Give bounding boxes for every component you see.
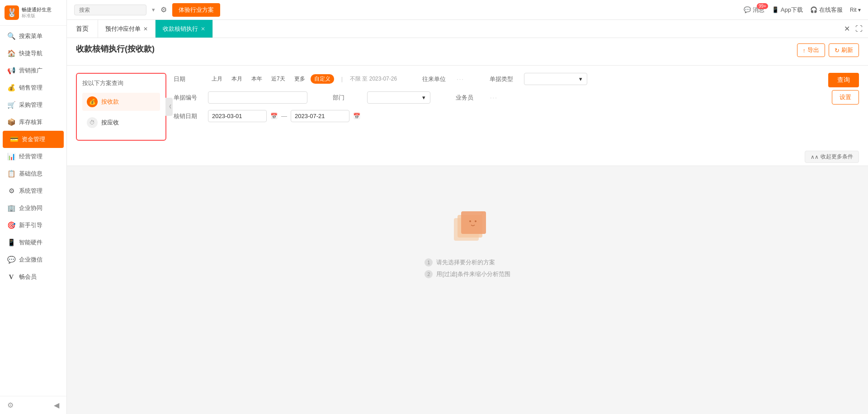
tip-text-2: 用[过滤]条件来缩小分析范围 [436,268,510,280]
dept-select[interactable]: ▾ [367,91,430,104]
refresh-button[interactable]: ↻ 刷新 [829,43,859,57]
doc-type-select[interactable]: ▾ [524,73,587,85]
dropdown-arrow-icon[interactable]: ▾ [152,6,155,13]
sidebar-item-sales[interactable]: 💰 销售管理 [0,79,66,96]
svg-text:?: ? [480,211,483,217]
offset-end-calendar-icon[interactable]: 📅 [353,113,360,119]
sidebar-item-label: 快捷导航 [19,49,42,57]
topbar-right: 💬 消息 99+ 📱 App下载 🎧 在线客服 Rit ▾ [744,6,861,14]
sidebar-item-guide[interactable]: 🎯 新手引导 [0,217,66,234]
message-button[interactable]: 💬 消息 99+ [744,6,764,14]
filter-option-by-receivable[interactable]: ⏱ 按应收 [82,114,160,132]
sidebar-item-system[interactable]: ⚙ 系统管理 [0,182,66,200]
offset-start-input[interactable] [208,110,267,122]
date-buttons: 上月 本月 本年 近7天 更多 自定义 [208,74,334,84]
footer-collapse-icon[interactable]: ◀ [54,401,59,409]
expand-tab-button[interactable]: ⛶ [854,23,864,35]
chevron-up-icon: ∧∧ [811,154,819,160]
receivable-option-label: 按应收 [101,119,119,127]
counterpart-label: 往来单位 [422,75,449,83]
filter-row-1: 日期 上月 本月 本年 近7天 更多 自定义 | 不限 至 2023-07-26 [174,73,821,85]
offset-end-input[interactable] [291,110,349,122]
sidebar-nav: 🔍 搜索菜单 🏠 快捷导航 📢 营销推广 💰 销售管理 🛒 采购管理 📦 库存核… [0,26,66,396]
topbar: ▾ ⚙ 体验行业方案 💬 消息 99+ 📱 App下载 🎧 在线客服 Rit ▾ [67,0,868,20]
search-input[interactable] [74,5,146,15]
gear-icon[interactable]: ⚙ [160,5,167,14]
sidebar-item-enterprise[interactable]: 🏢 企业协同 [0,200,66,217]
sidebar-item-basic-info[interactable]: 📋 基础信息 [0,165,66,182]
tab-home[interactable]: 首页 [67,20,98,38]
offset-start-calendar-icon[interactable]: 📅 [270,113,278,119]
sidebar-item-label: 畅会员 [19,273,37,281]
settings-button[interactable]: 设置 [832,90,859,105]
dept-arrow: ▾ [422,94,425,101]
tab-receive-offset[interactable]: 收款核销执行 ✕ [156,20,213,38]
tab-prepay-offset[interactable]: 预付冲应付单 ✕ [98,20,156,38]
filter-row-2: 单据编号 部门 ▾ 业务员 ··· [174,91,821,104]
collapse-more-button[interactable]: ∧∧ 收起更多条件 [805,151,859,163]
this-month-btn[interactable]: 本月 [228,74,246,84]
home-icon: 🏠 [7,49,15,57]
sidebar-item-label: 搜索菜单 [19,32,42,40]
page-header: 收款核销执行(按收款) ↑ 导出 ↻ 刷新 [67,38,868,66]
7days-btn[interactable]: 近7天 [268,74,289,84]
sidebar-item-label: 销售管理 [19,84,42,92]
sidebar-item-label: 经营管理 [19,152,42,161]
sidebar-item-operation[interactable]: 📊 经营管理 [0,148,66,165]
sidebar-item-hardware[interactable]: 📱 智能硬件 [0,234,66,251]
sidebar-item-finance[interactable]: 💳 资金管理 [3,131,64,148]
app-download-button[interactable]: 📱 App下载 [772,6,803,14]
staff-dots[interactable]: ··· [490,94,498,101]
query-buttons: 查询 设置 [828,73,859,105]
app-label: App下载 [781,6,803,14]
refresh-icon: ↻ [835,47,840,54]
query-button[interactable]: 查询 [828,73,859,87]
empty-tip-2: 2 用[过滤]条件来缩小分析范围 [425,268,510,280]
doc-no-input[interactable] [208,91,307,104]
enterprise-icon: 🏢 [7,204,15,212]
export-button[interactable]: ↑ 导出 [797,43,826,57]
more-btn[interactable]: 更多 [291,74,309,84]
sidebar-footer: ⚙ ◀ [0,396,66,414]
sidebar-item-member[interactable]: V 畅会员 [0,268,66,286]
solution-button[interactable]: 体验行业方案 [172,3,220,17]
export-label: 导出 [807,46,819,54]
sidebar-item-search[interactable]: 🔍 搜索菜单 [0,28,66,45]
tabbar-actions: ✕ ⛶ [842,23,868,35]
collapse-more-label: 收起更多条件 [821,153,853,161]
logo-title: 畅捷通好生意 [22,6,52,13]
tab-prepay-label: 预付冲应付单 [105,25,141,33]
custom-btn[interactable]: 自定义 [311,74,334,84]
sidebar-item-inventory[interactable]: 📦 库存核算 [0,114,66,131]
sidebar-item-quick-nav[interactable]: 🏠 快捷导航 [0,45,66,62]
user-menu[interactable]: Rit ▾ [850,7,861,13]
logo-subtitle: 标准版 [22,13,52,19]
logo-icon: 🐰 [5,5,19,20]
tab-close-icon[interactable]: ✕ [143,26,148,32]
footer-settings-icon[interactable]: ⚙ [7,401,14,409]
tab-close-active-icon[interactable]: ✕ [201,26,205,32]
logo-area: 🐰 畅捷通好生意 标准版 [0,0,66,26]
sidebar-item-purchase[interactable]: 🛒 采购管理 [0,96,66,114]
sidebar-item-label: 资金管理 [22,135,45,143]
close-tab-button[interactable]: ✕ [842,23,852,35]
sales-icon: 💰 [7,84,15,92]
service-label: 在线客服 [819,6,843,14]
filter-option-by-receipt[interactable]: 💰 按收款 [82,93,160,111]
this-year-btn[interactable]: 本年 [248,74,266,84]
counterpart-dots[interactable]: ··· [457,76,464,82]
tab-receive-label: 收款核销执行 [163,25,198,33]
user-arrow-icon: ▾ [858,7,861,13]
sidebar-item-marketing[interactable]: 📢 营销推广 [0,62,66,79]
sidebar-item-label: 智能硬件 [19,238,42,247]
empty-state: ? 1 请先选择要分析的方案 2 用[过滤]条件来缩小分析范围 [67,166,868,316]
tip-num-1: 1 [425,258,433,266]
prev-month-btn[interactable]: 上月 [208,74,226,84]
online-service-button[interactable]: 🎧 在线客服 [810,6,843,14]
offset-date-label: 核销日期 [174,112,201,120]
offset-date-range: 📅 — 📅 [208,110,360,122]
filter-panel-collapse-button[interactable]: 《 [165,98,173,116]
sidebar-item-label: 新手引导 [19,221,42,229]
sidebar-item-wechat[interactable]: 💬 企业微信 [0,251,66,268]
staff-label: 业务员 [456,94,483,102]
